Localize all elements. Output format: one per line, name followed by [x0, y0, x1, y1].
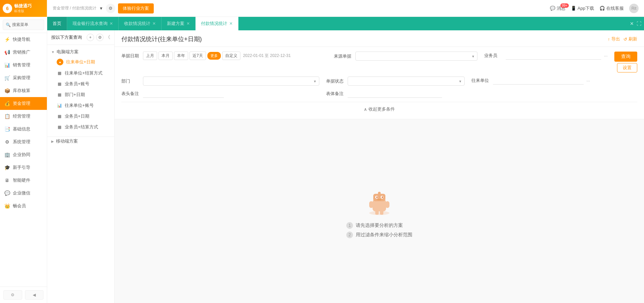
- date-range-display: 2022-01-01 至 2022-12-31: [243, 53, 291, 59]
- scheme-item-unit-account[interactable]: 📊 往来单位+账号: [47, 100, 114, 111]
- date-btn-more[interactable]: 更多: [207, 52, 221, 60]
- tab-close-payment-stats[interactable]: ✕: [229, 21, 233, 26]
- sidebar-item-finance[interactable]: 💰 资金管理: [0, 97, 47, 110]
- scheme-item-staff-account[interactable]: ▦ 业务员+账号: [47, 79, 114, 89]
- scheme-item-staff-settle[interactable]: ▦ 业务员+结算方式: [47, 122, 114, 132]
- collapse-more-button[interactable]: ∧ 收起更多条件: [364, 104, 395, 114]
- desktop-scheme-group-title[interactable]: ▼ 电脑端方案: [47, 48, 114, 56]
- sidebar-item-wechat[interactable]: 💬 企业微信: [0, 187, 47, 200]
- sidebar-item-inventory[interactable]: 📦 库存核算: [0, 84, 47, 97]
- body-note-input[interactable]: [348, 90, 442, 98]
- enterprise-icon: 🏢: [4, 152, 10, 158]
- wechat-icon: 💬: [4, 190, 10, 196]
- scheme-item-staff-date[interactable]: ▦ 业务员+日期: [47, 111, 114, 122]
- marketing-icon: 📢: [4, 49, 10, 55]
- sidebar-item-sales[interactable]: 📊 销售管理: [0, 59, 47, 71]
- tab-receipt-stats[interactable]: 收款情况统计 ✕: [119, 17, 162, 30]
- date-btn-last-month[interactable]: 上月: [143, 52, 157, 60]
- scheme-icon-staff-settle: ▦: [57, 124, 62, 130]
- tab-maximize-button[interactable]: ⛶: [637, 21, 641, 26]
- topbar-left: 资金管理 / 付款情况统计 ▼ ⚙ 体验行业方案: [53, 3, 546, 13]
- tab-new-scheme[interactable]: 新建方案 ✕: [162, 17, 196, 30]
- scheme-icon-staff-date: ▦: [57, 114, 62, 119]
- filter-settings-button[interactable]: 设置: [617, 63, 637, 72]
- scheme-icon-unit-settle: ▦: [57, 70, 62, 76]
- svg-point-9: [376, 196, 378, 198]
- tab-close-bank-flow[interactable]: ✕: [110, 21, 113, 26]
- scheme-collapse-button[interactable]: 《: [106, 34, 110, 40]
- unit-more-icon[interactable]: ···: [586, 78, 590, 83]
- filter-item-staff: 业务员 ···: [484, 52, 608, 60]
- sidebar-settings-button[interactable]: ⚙: [3, 290, 22, 300]
- tab-close-new-scheme[interactable]: ✕: [186, 21, 190, 26]
- sidebar-search-area: 🔍 搜索菜单: [0, 17, 47, 33]
- date-btn-this-month[interactable]: 本月: [158, 52, 173, 60]
- user-avatar[interactable]: Rit: [629, 4, 639, 13]
- staff-input[interactable]: [506, 52, 601, 60]
- scheme-item-unit-settle[interactable]: ▦ 往来单位+结算方式: [47, 68, 114, 79]
- unit-input[interactable]: [493, 77, 584, 85]
- sidebar-item-quick-nav[interactable]: ⚡ 快捷导航: [0, 33, 47, 46]
- app-download-button[interactable]: 📱 App下载: [571, 5, 594, 11]
- sidebar-item-sys-mgmt[interactable]: ⚙ 系统管理: [0, 135, 47, 148]
- tab-close-receipt-stats[interactable]: ✕: [152, 21, 156, 26]
- date-btn-custom[interactable]: 自定义: [222, 52, 240, 60]
- date-btn-this-year[interactable]: 本年: [174, 52, 188, 60]
- tab-close-all-button[interactable]: ✕: [630, 21, 634, 26]
- filter-item-date: 单据日期 上月 本月 本年 近7天 更多 自定义 2022-01-01 至 20…: [121, 52, 327, 60]
- source-select[interactable]: [355, 52, 478, 61]
- query-area: 付款情况统计(往来单位+日期) ↑ 导出 ↺ 刷新 单: [115, 30, 644, 303]
- header-note-input[interactable]: [143, 90, 224, 98]
- export-button[interactable]: ↑ 导出: [608, 36, 620, 42]
- mobile-scheme-group[interactable]: ▶ 移动端方案: [47, 137, 114, 146]
- scheme-add-button[interactable]: +: [87, 34, 94, 41]
- svg-rect-4: [375, 211, 379, 215]
- tip-num-1: 1: [346, 222, 353, 229]
- sales-icon: 📊: [4, 62, 10, 68]
- scheme-panel-header: 按以下方案查询 + ⚙ 《: [47, 30, 114, 45]
- svg-point-0: [369, 211, 389, 215]
- search-menu-button[interactable]: 🔍 搜索菜单: [3, 20, 44, 30]
- tab-bank-flow[interactable]: 现金银行流水查询 ✕: [67, 17, 119, 30]
- sidebar-item-enterprise[interactable]: 🏢 企业协同: [0, 148, 47, 161]
- breadcrumb-dropdown[interactable]: ▼: [99, 6, 103, 11]
- refresh-icon: ↺: [623, 37, 627, 42]
- filter-row-2: 部门 单据状态 往来单位 ···: [121, 77, 637, 86]
- trial-button[interactable]: 体验行业方案: [118, 3, 154, 13]
- topbar-settings-button[interactable]: ⚙: [106, 4, 115, 13]
- sidebar-item-hardware[interactable]: 🖥 智能硬件: [0, 174, 47, 187]
- active-scheme-icon: ●: [57, 59, 63, 65]
- scheme-settings-button[interactable]: ⚙: [96, 34, 104, 41]
- quick-nav-icon: ⚡: [4, 36, 10, 42]
- filter-item-doc-status: 单据状态: [326, 77, 465, 86]
- scheme-item-unit-date[interactable]: ● 往来单位+日期: [47, 56, 114, 68]
- date-btn-7days[interactable]: 近7天: [189, 52, 206, 60]
- staff-more-icon[interactable]: ···: [604, 53, 608, 58]
- desktop-group-arrow: ▼: [51, 50, 55, 54]
- refresh-button[interactable]: ↺ 刷新: [623, 36, 637, 42]
- basic-info-icon: 📑: [4, 126, 10, 132]
- dept-select[interactable]: [143, 77, 319, 86]
- hardware-icon: 🖥: [4, 177, 10, 183]
- dept-select-wrap: [143, 77, 319, 86]
- tab-home[interactable]: 首页: [47, 17, 67, 30]
- empty-illustration: [362, 184, 396, 218]
- sidebar-item-guide[interactable]: 🎓 新手引导: [0, 161, 47, 174]
- sidebar-item-operation[interactable]: 📋 经营管理: [0, 110, 47, 123]
- sidebar-item-basic-info[interactable]: 📑 基础信息: [0, 123, 47, 135]
- scheme-item-dept-date[interactable]: ▦ 部门+日期: [47, 89, 114, 100]
- app-name-block: 畅捷通巧 标准版: [14, 3, 32, 13]
- message-button[interactable]: 💬 消息 99+: [550, 5, 565, 11]
- sidebar-collapse-button[interactable]: ◀: [25, 290, 44, 300]
- query-button[interactable]: 查询: [614, 52, 637, 62]
- doc-status-select[interactable]: [348, 77, 465, 86]
- sidebar-item-marketing[interactable]: 📢 营销推广: [0, 46, 47, 59]
- operation-icon: 📋: [4, 113, 10, 119]
- sidebar: 6 畅捷通巧 标准版 🔍 搜索菜单 ⚡ 快捷导航 📢 营销推广 📊 销售管理 🛒…: [0, 0, 47, 303]
- scheme-panel-actions: + ⚙ 《: [87, 34, 110, 41]
- tab-payment-stats[interactable]: 付款情况统计 ✕: [196, 17, 238, 30]
- sidebar-item-purchase[interactable]: 🛒 采购管理: [0, 71, 47, 84]
- topbar-right: 💬 消息 99+ 📱 App下载 🎧 在线客服 Rit: [550, 4, 639, 13]
- online-service-button[interactable]: 🎧 在线客服: [599, 5, 624, 11]
- sidebar-item-member[interactable]: 👑 畅会员: [0, 200, 47, 212]
